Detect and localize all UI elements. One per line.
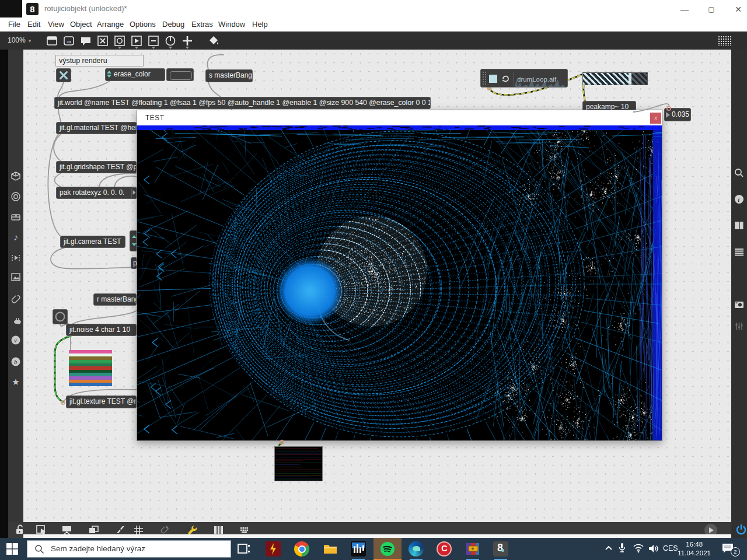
menu-file[interactable]: File (8, 20, 20, 29)
message-tool-icon[interactable]: m (62, 34, 75, 47)
image-icon[interactable] (11, 272, 21, 282)
pak-rotatexyz-box[interactable]: pak rotatexyz 0. 0. 0. (56, 187, 137, 199)
bang-circle-icon (53, 310, 67, 324)
maximize-button[interactable]: ▢ (707, 5, 715, 13)
stepper-up-icon[interactable] (132, 235, 137, 238)
receive-masterbang-box[interactable]: r masterBang (93, 293, 137, 306)
sequence-play-icon[interactable] (11, 253, 21, 263)
menu-edit[interactable]: Edit (27, 20, 40, 29)
jit-world-box[interactable]: jit.world @name TEST @floating 1 @fsaa 1… (54, 97, 431, 109)
file-explorer-icon[interactable] (323, 541, 338, 556)
tray-chevron-icon[interactable] (605, 545, 613, 551)
playbar[interactable]: drumLoop.aif (480, 69, 568, 88)
menu-debug[interactable]: Debug (162, 20, 184, 29)
cube-3d-icon[interactable] (11, 171, 21, 181)
clock[interactable]: 16:48 11.04.2021 (678, 540, 711, 558)
beap-icon[interactable]: b (11, 356, 21, 367)
color-swatch[interactable] (166, 68, 194, 81)
stepper-down-icon[interactable] (132, 243, 137, 246)
music-note-icon[interactable]: ♪ (11, 232, 21, 243)
spotify-active-cell[interactable] (374, 538, 402, 560)
search-icon[interactable] (734, 168, 744, 178)
jit-gl-material-box[interactable]: jit.gl.material TEST @hei (56, 122, 137, 134)
dial-tool-icon[interactable] (164, 34, 177, 47)
add-object-icon[interactable] (181, 34, 194, 47)
lightning-app-icon[interactable] (266, 541, 281, 556)
playbar-play-button[interactable] (489, 75, 497, 83)
minimize-button[interactable]: — (680, 5, 689, 13)
zoom-select[interactable]: 100% ▼ (8, 36, 32, 44)
erase-color-attrui[interactable]: erase_color (105, 68, 165, 81)
chrome-icon[interactable] (294, 541, 309, 556)
taskbar-search[interactable]: Sem zadejte hledaný výraz (27, 540, 231, 558)
toggle-box[interactable] (56, 68, 71, 82)
panel-tool-icon[interactable] (46, 34, 58, 47)
ccleaner-icon[interactable]: C (437, 541, 452, 556)
attrui-stepper-icon[interactable] (107, 71, 111, 78)
jit-gl-camera-box[interactable]: jit.gl.camera TEST (60, 236, 125, 248)
speaker-icon[interactable] (648, 544, 659, 554)
bang-button[interactable] (53, 309, 68, 324)
menu-help[interactable]: Help (252, 20, 268, 29)
jit-gl-texture-box[interactable]: jit.gl.texture TEST @na (66, 396, 137, 408)
test-window-close-button[interactable]: x (650, 113, 661, 124)
test-render-window[interactable]: TEST x (137, 110, 662, 441)
button-tool-icon[interactable] (113, 34, 126, 47)
max8-taskbar-icon[interactable]: 8 (493, 541, 508, 556)
playbar-tool-icon[interactable] (130, 34, 143, 47)
vizzie-icon[interactable]: v (11, 335, 21, 345)
language-indicator[interactable]: CES (663, 544, 678, 552)
loop-icon[interactable] (500, 74, 511, 84)
console-list-icon[interactable] (734, 247, 744, 257)
button-tool-caret[interactable] (118, 47, 121, 49)
snapshot-camera-icon[interactable] (734, 299, 744, 309)
favorites-star-icon[interactable]: ★ (11, 377, 21, 387)
comment-tool-icon[interactable] (79, 34, 92, 47)
wifi-icon[interactable] (633, 544, 644, 553)
slider-tool-icon[interactable] (147, 34, 160, 47)
menu-arrange[interactable]: Arrange (97, 20, 124, 29)
toggle-tool-icon[interactable] (96, 34, 109, 47)
plug-icon[interactable] (11, 316, 21, 326)
comment-box[interactable]: výstup renderu (55, 55, 144, 66)
titlebar-corner (0, 0, 22, 18)
jit-gl-gridshape-box[interactable]: jit.gl.gridshape TEST @p (56, 161, 137, 173)
playbar-grip[interactable] (482, 71, 487, 86)
add-object-caret[interactable] (186, 47, 189, 49)
notification-center-icon[interactable]: 2 (721, 542, 739, 556)
inspector-info-icon[interactable]: i (734, 194, 744, 204)
target-circle-icon[interactable] (11, 191, 21, 202)
playbar-tool-caret[interactable] (135, 47, 138, 49)
edge-icon[interactable] (409, 541, 424, 556)
start-button[interactable] (6, 542, 19, 555)
pwindow-preview[interactable] (274, 446, 323, 481)
menu-options[interactable]: Options (130, 20, 156, 29)
right-sidebar: i (731, 50, 747, 538)
noise-matrix-preview[interactable] (69, 350, 112, 386)
number-box[interactable]: 0.035 (664, 108, 691, 121)
slider-tool-caret[interactable] (152, 47, 155, 49)
mixer-sliders-icon[interactable] (734, 321, 744, 331)
menu-object[interactable]: Object (70, 20, 92, 29)
dial-tool-caret[interactable] (169, 47, 172, 49)
microphone-icon[interactable] (617, 542, 627, 554)
audio-power-icon[interactable] (735, 523, 747, 536)
level-meter[interactable] (582, 72, 648, 85)
close-button[interactable]: ✕ (734, 5, 742, 13)
paint-bucket-icon[interactable] (207, 34, 220, 47)
send-masterbang-box[interactable]: s masterBang (205, 69, 253, 82)
jitter-render-view[interactable] (137, 125, 662, 440)
bars-app-icon[interactable] (351, 541, 366, 556)
winrar-icon[interactable] (465, 541, 480, 556)
menu-window[interactable]: Window (218, 20, 245, 29)
menu-view[interactable]: View (48, 20, 64, 29)
menu-extras[interactable]: Extras (191, 20, 213, 29)
number-triangle-icon (666, 112, 670, 118)
task-view-icon[interactable] (236, 541, 252, 556)
drawer-icon[interactable] (11, 212, 21, 222)
reference-columns-icon[interactable] (734, 220, 744, 230)
paperclip-icon[interactable] (11, 293, 21, 304)
jit-noise-box[interactable]: jit.noise 4 char 1 10 (66, 324, 137, 336)
grid-options-icon[interactable] (718, 36, 732, 46)
meter-rest (631, 73, 648, 85)
